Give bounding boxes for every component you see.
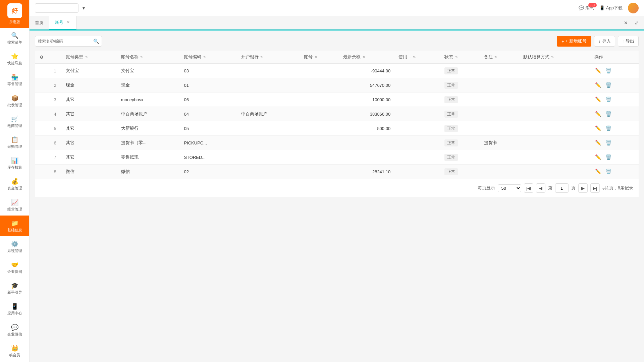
- tab-close-btn[interactable]: ✕: [621, 18, 631, 27]
- tab-maximize-btn[interactable]: ⤢: [632, 18, 641, 27]
- th-account[interactable]: 账号 ⇅: [300, 51, 339, 64]
- delete-btn[interactable]: 🗑️: [605, 125, 612, 132]
- nav-icon-enterprise-wechat: 💬: [11, 324, 18, 331]
- sidebar-item-search-menu[interactable]: 🔍搜索菜单: [0, 28, 29, 49]
- th-name[interactable]: 账号名称 ⇅: [117, 51, 180, 64]
- delete-btn[interactable]: 🗑️: [605, 154, 612, 161]
- row-index: 1: [48, 64, 62, 78]
- sidebar-item-inventory[interactable]: 📊库存核算: [0, 153, 29, 174]
- sort-account-icon: ⇅: [315, 55, 317, 59]
- sidebar-item-capital-mgmt[interactable]: 💰资金管理: [0, 174, 29, 194]
- edit-btn[interactable]: ✏️: [594, 96, 602, 103]
- message-action[interactable]: 💬 消息 99+: [579, 5, 594, 11]
- sidebar-item-enterprise-agreement[interactable]: 🤝企业协同: [0, 257, 29, 278]
- row-bank: [237, 136, 300, 150]
- row-actions: ✏️ 🗑️: [590, 150, 639, 165]
- edit-btn[interactable]: ✏️: [594, 139, 602, 146]
- sidebar-item-system-mgmt[interactable]: ⚙️系统管理: [0, 236, 29, 257]
- row-settings: [35, 150, 48, 165]
- row-settings: [35, 64, 48, 78]
- row-account: [300, 93, 339, 107]
- th-status[interactable]: 状态 ⇅: [440, 51, 480, 64]
- table-row: 7 其它 零售抵现 STORED... 正常 ✏️ 🗑️: [35, 150, 639, 165]
- th-bank[interactable]: 开户银行 ⇅: [237, 51, 300, 64]
- app-download-label: App下载: [606, 5, 623, 11]
- th-balance[interactable]: 最新余额 ⇅: [339, 51, 394, 64]
- row-index: 7: [48, 150, 62, 165]
- sidebar-item-wholesale-mgmt[interactable]: 📦批发管理: [0, 90, 29, 111]
- sidebar-item-purchase-mgmt[interactable]: 📋采购管理: [0, 132, 29, 153]
- th-code[interactable]: 账号编码 ⇅: [180, 51, 237, 64]
- sidebar-item-basic-info[interactable]: 📁基础信息: [0, 216, 29, 236]
- page-input[interactable]: [555, 183, 569, 193]
- tab-home[interactable]: 首页: [30, 16, 49, 29]
- row-usage: [394, 165, 440, 179]
- global-search-input[interactable]: [35, 3, 78, 13]
- user-avatar[interactable]: [628, 3, 639, 13]
- page-next-btn[interactable]: ▶: [578, 183, 588, 193]
- page-last-btn[interactable]: ▶|: [590, 183, 600, 193]
- row-balance: 383866.00: [339, 107, 394, 121]
- nav-icon-operation-mgmt: 📈: [11, 199, 18, 206]
- table-row: 3 其它 moneybosx 06 10000.00 正常 ✏️ 🗑️: [35, 93, 639, 107]
- nav-label-retail-mgmt: 零售管理: [7, 82, 22, 86]
- edit-btn[interactable]: ✏️: [594, 154, 602, 161]
- row-default-payment: [519, 165, 591, 179]
- tab-account-close[interactable]: ✕: [65, 20, 71, 25]
- th-usage[interactable]: 使用... ⇅: [394, 51, 440, 64]
- add-account-btn[interactable]: + + 新增账号: [557, 36, 591, 47]
- row-index: 6: [48, 136, 62, 150]
- row-remark: [480, 150, 519, 165]
- row-status: 正常: [440, 93, 480, 107]
- th-type[interactable]: 账号类型 ⇅: [62, 51, 117, 64]
- import-btn[interactable]: ↓ 导入: [594, 36, 615, 47]
- delete-btn[interactable]: 🗑️: [605, 110, 612, 118]
- row-remark: [480, 165, 519, 179]
- export-btn[interactable]: ↑ 导出: [618, 36, 639, 47]
- nav-label-member: 畅会员: [9, 353, 20, 357]
- sidebar-item-quick-nav[interactable]: ⭐快捷导航: [0, 49, 29, 69]
- table-row: 8 微信 微信 02 28241.10 正常 ✏️ 🗑️: [35, 165, 639, 179]
- delete-btn[interactable]: 🗑️: [605, 67, 612, 74]
- delete-btn[interactable]: 🗑️: [605, 168, 612, 175]
- edit-btn[interactable]: ✏️: [594, 110, 602, 118]
- header-dropdown-btn[interactable]: ▾: [83, 5, 85, 11]
- nav-label-operation-mgmt: 经营管理: [7, 207, 22, 212]
- row-remark: [480, 93, 519, 107]
- delete-btn[interactable]: 🗑️: [605, 96, 612, 103]
- row-code: PICKUPC...: [180, 136, 237, 150]
- sidebar-item-retail-mgmt[interactable]: 🏪零售管理: [0, 69, 29, 90]
- row-type: 支付宝: [62, 64, 117, 78]
- page-prev-btn[interactable]: ◀: [536, 183, 545, 193]
- sidebar-item-new-guide[interactable]: 🎓新手引导: [0, 278, 29, 299]
- edit-btn[interactable]: ✏️: [594, 67, 602, 74]
- nav-icon-capital-mgmt: 💰: [11, 178, 18, 185]
- import-icon: ↓: [598, 39, 601, 44]
- nav-label-wholesale-mgmt: 批发管理: [7, 103, 22, 107]
- sidebar-item-app-center[interactable]: 📱应用中心: [0, 299, 29, 319]
- sidebar-item-ecommerce-mgmt[interactable]: 🛒电商管理: [0, 111, 29, 132]
- page-size-select[interactable]: 50 20 100: [498, 184, 521, 192]
- edit-btn[interactable]: ✏️: [594, 168, 602, 175]
- app-download-action[interactable]: 📱 App下载: [599, 5, 623, 11]
- page-first-btn[interactable]: |◀: [524, 183, 533, 193]
- edit-btn[interactable]: ✏️: [594, 125, 602, 132]
- th-remark[interactable]: 备注 ⇅: [480, 51, 519, 64]
- tab-account[interactable]: 账号 ✕: [49, 16, 76, 29]
- sidebar-item-enterprise-wechat[interactable]: 💬企业微信: [0, 320, 29, 341]
- tab-bar: 首页 账号 ✕ ✕ ⤢: [30, 16, 644, 29]
- edit-btn[interactable]: ✏️: [594, 81, 602, 89]
- th-default-payment[interactable]: 默认结算方式 ⇅: [519, 51, 591, 64]
- delete-btn[interactable]: 🗑️: [605, 139, 612, 146]
- status-badge: 正常: [444, 82, 458, 89]
- sidebar-item-member[interactable]: 👑畅会员: [0, 341, 29, 361]
- row-index: 2: [48, 78, 62, 93]
- tab-account-label: 账号: [55, 19, 63, 25]
- row-balance: 28241.10: [339, 165, 394, 179]
- row-name: moneybosx: [117, 93, 180, 107]
- table-search-input[interactable]: [38, 39, 93, 44]
- sidebar-item-operation-mgmt[interactable]: 📈经营管理: [0, 195, 29, 216]
- table-search-wrap: 🔍: [35, 36, 102, 47]
- delete-btn[interactable]: 🗑️: [605, 81, 612, 89]
- row-remark: [480, 64, 519, 78]
